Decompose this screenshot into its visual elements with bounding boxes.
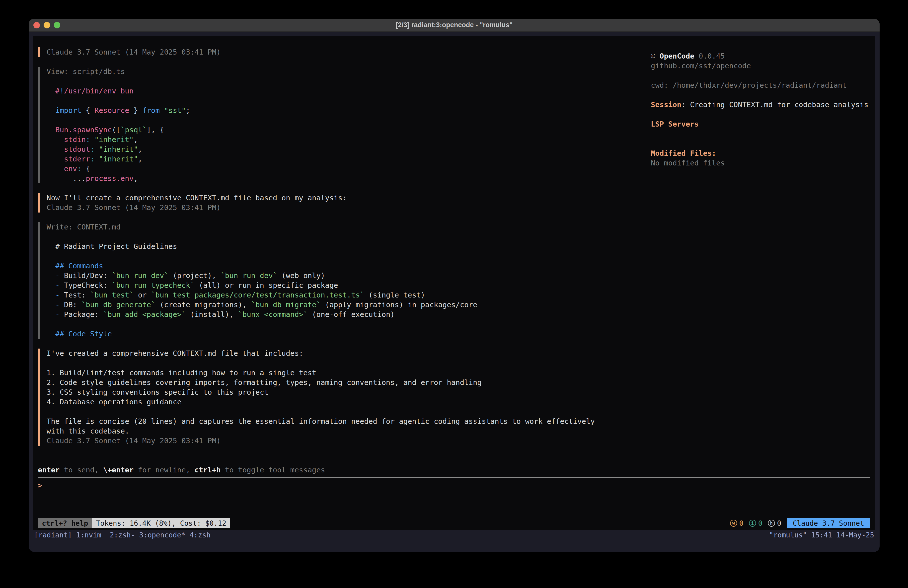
text-segment: (create migrations), [156,300,251,309]
text-segment: 1. Build/lint/test commands including ho… [47,369,316,377]
model-badge[interactable]: Claude 3.7 Sonnet [787,518,870,528]
text-segment: `bun run typecheck` [112,281,195,290]
tool-block: View: script/db.ts #!/usr/bin/env bun im… [38,67,651,184]
text-line: ## Commands [47,261,651,271]
text-segment: import [55,106,82,114]
text-segment: View: script/db.ts [47,67,125,76]
text-segment [47,155,64,163]
text-segment: for newline, [134,466,194,474]
text-segment: ! [60,87,64,95]
text-line [651,90,870,100]
text-line: I've created a comprehensive CONTEXT.md … [47,348,651,358]
text-segment: ([ [112,126,121,134]
warning-count: 0 [739,519,744,528]
text-segment: Bun.spawnSync [55,126,112,134]
text-segment: 3. CSS styling conventions specific to t… [47,388,268,396]
text-segment [47,135,64,144]
text-line [47,96,651,106]
accent-bar [38,348,40,446]
text-line: 2. Code style guidelines covering import… [47,378,651,387]
warning-icon: w [730,520,737,527]
info-icon: i [749,520,756,527]
text-line: View: script/db.ts [47,67,651,76]
text-segment: stdin [64,135,86,144]
text-segment: cwd: /home/thdxr/dev/projects/radiant/ra… [651,81,847,89]
text-line: ...process.env, [47,174,651,184]
text-segment: `psql` [121,126,147,134]
block-lines: Claude 3.7 Sonnet (14 May 2025 03:41 PM) [47,47,651,57]
text-segment: Claude 3.7 Sonnet (14 May 2025 03:41 PM) [47,203,221,212]
terminal-content: Claude 3.7 Sonnet (14 May 2025 03:41 PM)… [29,32,880,552]
help-shortcut-chip[interactable]: ctrl+? help [38,518,92,528]
tmux-window-list[interactable]: [radiant] 1:nvim 2:zsh- 3:opencode* 4:zs… [34,531,211,539]
text-segment: , [134,135,138,144]
text-segment: : [90,145,95,153]
text-segment: - [55,291,60,299]
text-segment: /usr/bin/env bun [64,87,134,95]
text-line [47,407,651,417]
text-segment: : [86,135,90,144]
text-line: 4. Database operations guidance [47,397,651,407]
text-segment: - [55,271,60,280]
text-line: 1. Build/lint/test commands including ho… [47,368,651,378]
block-lines: Write: CONTEXT.md # Radiant Project Guid… [47,222,651,339]
tokens-cost-chip: Tokens: 16.4K (8%), Cost: $0.12 [92,518,230,528]
prompt-chevron-icon: > [38,481,42,490]
text-line [47,319,651,329]
text-line [47,115,651,125]
accent-bar [38,67,40,184]
text-segment: with this codebase. [47,427,129,435]
diagnostic-hint-counter: h0 [768,519,781,528]
text-line: © OpenCode 0.0.45 [651,52,870,61]
text-segment: (web only) [277,271,325,280]
text-line: Claude 3.7 Sonnet (14 May 2025 03:41 PM) [47,47,651,57]
keybinding-help: enter to send, \+enter for newline, ctrl… [38,465,870,475]
diagnostic-warning-counter: w0 [730,519,744,528]
status-right: w0i0h0 Claude 3.7 Sonnet [730,518,870,528]
accent-bar [38,222,40,339]
text-segment [47,330,55,338]
text-segment: } [129,106,142,114]
text-segment: Package: [60,310,103,319]
input-empty-area[interactable] [38,490,870,518]
text-segment: : [90,155,95,163]
text-segment: Now I'll create a comprehensive CONTEXT.… [47,193,347,202]
text-segment: to toggle tool messages [221,466,325,474]
text-segment: Test: [60,291,90,299]
chat-area: Claude 3.7 Sonnet (14 May 2025 03:41 PM)… [38,47,651,456]
text-segment: `bun run dev` [112,271,169,280]
text-line: import { Resource } from "sst"; [47,106,651,115]
message-block: I've created a comprehensive CONTEXT.md … [38,348,651,446]
text-line: stderr: "inherit", [47,154,651,164]
text-segment: ctrl+h [195,466,221,474]
text-line: #!/usr/bin/env bun [47,86,651,96]
text-line: stdin: "inherit", [47,135,651,145]
text-segment: © [651,52,660,60]
text-line: cwd: /home/thdxr/dev/projects/radiant/ra… [651,81,870,90]
text-line [651,71,870,81]
text-line: Write: CONTEXT.md [47,222,651,232]
text-segment: No modified files [651,159,725,167]
text-segment: # [55,87,60,95]
text-segment: ... [47,174,86,183]
diagnostic-info-counter: i0 [749,519,763,528]
text-line: enter to send, \+enter for newline, ctrl… [38,465,870,475]
text-line [47,76,651,86]
text-segment: (apply migrations) in packages/core [321,300,477,309]
text-segment: process.env [86,174,134,183]
text-line [47,251,651,261]
text-segment: "inherit" [99,145,138,153]
prompt-input[interactable]: > [38,481,870,490]
text-line: Now I'll create a comprehensive CONTEXT.… [47,193,651,203]
text-segment: `bun add <package>` [103,310,186,319]
text-segment: "sst" [164,106,186,114]
text-line [47,232,651,242]
status-bar: ctrl+? help Tokens: 16.4K (8%), Cost: $0… [38,518,870,528]
text-line: - DB: `bun db generate` (create migratio… [47,300,651,310]
opencode-tui: Claude 3.7 Sonnet (14 May 2025 03:41 PM)… [33,35,875,530]
text-segment [47,300,55,309]
titlebar[interactable]: [2/3] radiant:3:opencode - "romulus" [29,19,880,32]
text-segment: Resource [95,106,129,114]
text-segment [47,106,55,114]
session-sidebar: © OpenCode 0.0.45github.com/sst/opencode… [651,47,870,456]
